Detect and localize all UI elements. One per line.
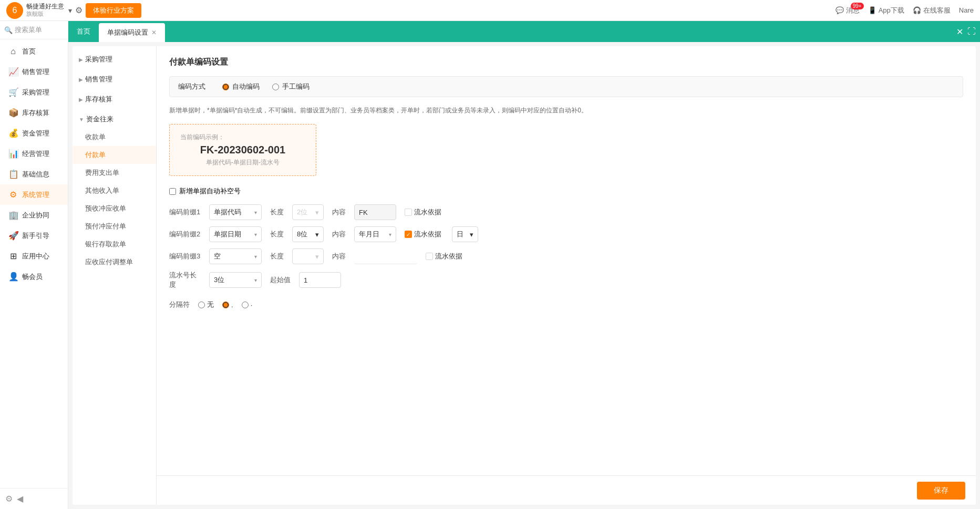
online-service-btn[interactable]: 🎧 在线客服 <box>913 6 951 15</box>
prefix2-day-select[interactable]: 日 ▾ <box>452 226 478 242</box>
prefix3-length-label: 长度 <box>270 252 284 261</box>
sub-group-inventory-title[interactable]: ▶ 库存核算 <box>73 90 156 108</box>
sub-item-receipt[interactable]: 收款单 <box>73 128 156 146</box>
sub-item-adjustment[interactable]: 应收应付调整单 <box>73 253 156 271</box>
collapse-btn[interactable]: ◀ <box>17 494 23 504</box>
finance-icon: 💰 <box>8 128 18 138</box>
sidebar-basic-label: 基础信息 <box>22 170 49 179</box>
sub-group-capital-title[interactable]: ▼ 资金往来 <box>73 110 156 128</box>
sidebar-guide-label: 新手引导 <box>22 231 49 241</box>
tab-expand-btn[interactable]: ⛶ <box>967 27 976 36</box>
prefix1-length-label: 长度 <box>270 207 284 217</box>
sub-item-advance-receipt[interactable]: 预收冲应收单 <box>73 200 156 217</box>
prefix1-length-select[interactable]: 2位 ▾ <box>292 204 324 220</box>
prefix2-select[interactable]: 单据日期 ▾ <box>209 226 262 242</box>
sidebar-item-inventory[interactable]: 📦 库存核算 <box>0 102 68 123</box>
sidebar-item-app[interactable]: ⊞ 应用中心 <box>0 246 68 266</box>
sidebar: 🔍 搜索菜单 ⌂ 首页 📈 销售管理 🛒 采购管理 📦 库存核算 💰 <box>0 21 68 509</box>
prefix2-stream-checkbox[interactable]: ✓ <box>405 231 412 238</box>
serial-length-select[interactable]: 3位 ▾ <box>209 272 262 288</box>
sep-dash-radio[interactable] <box>242 302 249 308</box>
message-btn[interactable]: 💬 消息 99+ <box>835 6 860 15</box>
prefix3-content-value <box>354 248 417 264</box>
tab-serial-setting[interactable]: 单据编码设置 ✕ <box>99 23 165 42</box>
sidebar-operation-label: 经营管理 <box>22 149 49 159</box>
sub-item-other-income[interactable]: 其他收入单 <box>73 182 156 200</box>
serial-length-arrow: ▾ <box>254 277 257 283</box>
app-icon: 📱 <box>868 6 876 14</box>
sidebar-item-enterprise[interactable]: 🏢 企业协同 <box>0 205 68 225</box>
auto-coding-option[interactable]: 自动编码 <box>222 82 260 91</box>
example-value: FK-20230602-001 <box>180 144 305 156</box>
prefix3-stream-label: 流水依据 <box>435 252 462 261</box>
capital-expand-icon: ▼ <box>79 117 84 122</box>
prefix3-length-select[interactable]: ▾ <box>292 248 324 264</box>
prefix2-arrow-icon: ▾ <box>254 232 257 237</box>
prefix2-day-value: 日 <box>457 230 463 239</box>
sub-item-bank-deposit[interactable]: 银行存取款单 <box>73 235 156 253</box>
prefix3-value: 空 <box>214 252 221 261</box>
tab-home[interactable]: 首页 <box>68 21 99 42</box>
example-desc: 单据代码-单据日期-流水号 <box>180 158 305 167</box>
sep-dash-option[interactable]: · <box>242 301 253 309</box>
sales-icon: 📈 <box>8 67 18 77</box>
sep-none-radio[interactable] <box>198 302 205 308</box>
save-button[interactable]: 保存 <box>917 482 965 500</box>
industry-btn[interactable]: 体验行业方案 <box>86 3 141 18</box>
operation-icon: 📊 <box>8 149 18 159</box>
prefix2-content-label: 内容 <box>332 230 346 239</box>
sidebar-item-operation[interactable]: 📊 经营管理 <box>0 143 68 164</box>
top-bar-left: 6 畅捷通好生意 旗舰版 ▾ ⚙ 体验行业方案 <box>6 2 141 19</box>
sidebar-item-member[interactable]: 👤 畅会员 <box>0 266 68 287</box>
search-inner[interactable]: 🔍 搜索菜单 <box>4 25 64 35</box>
search-icon: 🔍 <box>4 26 13 34</box>
sep-dot-option[interactable]: . <box>222 301 233 309</box>
prefix2-length-select[interactable]: 8位 ▾ <box>292 226 324 242</box>
prefix1-select[interactable]: 单据代码 ▾ <box>209 204 262 220</box>
prefix2-content-select[interactable]: 年月日 ▾ <box>354 226 396 242</box>
sep-dot-radio[interactable] <box>222 302 229 308</box>
manual-coding-label: 手工编码 <box>282 82 310 91</box>
auto-coding-label: 自动编码 <box>232 82 260 91</box>
serial-start-input[interactable] <box>299 272 341 288</box>
sep-none-option[interactable]: 无 <box>198 300 214 309</box>
tab-collapse-btn[interactable]: ✕ <box>956 27 963 37</box>
home-icon: ⌂ <box>8 47 18 56</box>
auto-fill-checkbox[interactable] <box>169 188 176 195</box>
content-area: 首页 单据编码设置 ✕ ✕ ⛶ ▶ 采购管理 <box>68 21 980 509</box>
sub-item-advance-payment[interactable]: 预付冲应付单 <box>73 217 156 235</box>
sub-item-expense[interactable]: 费用支出单 <box>73 164 156 182</box>
sidebar-item-system[interactable]: ⚙ 系统管理 <box>0 184 68 205</box>
sub-group-capital: ▼ 资金往来 收款单 付款单 费用支出单 其他收入单 预收冲应收单 预付冲应付单… <box>73 110 156 271</box>
member-icon: 👤 <box>8 272 18 282</box>
prefix1-stream-checkbox[interactable] <box>405 209 412 216</box>
manual-coding-option[interactable]: 手工编码 <box>272 82 310 91</box>
prefix3-stream-checkbox[interactable] <box>426 253 433 260</box>
sidebar-item-sales[interactable]: 📈 销售管理 <box>0 61 68 82</box>
sidebar-item-purchase[interactable]: 🛒 采购管理 <box>0 82 68 102</box>
settings-bottom-btn[interactable]: ⚙ <box>5 494 13 504</box>
sidebar-item-home[interactable]: ⌂ 首页 <box>0 41 68 61</box>
prefix1-arrow-icon: ▾ <box>254 210 257 215</box>
sidebar-search[interactable]: 🔍 搜索菜单 <box>0 21 68 39</box>
app-download-btn[interactable]: 📱 App下载 <box>868 6 904 15</box>
top-bar-controls: ▾ ⚙ 体验行业方案 <box>68 3 141 18</box>
settings-gear-btn[interactable]: ⚙ <box>75 5 82 15</box>
brand-sub: 旗舰版 <box>26 10 64 18</box>
prefix3-select[interactable]: 空 ▾ <box>209 248 262 264</box>
user-info[interactable]: Nare <box>959 6 974 14</box>
auto-coding-radio[interactable] <box>222 84 229 90</box>
sidebar-item-basic[interactable]: 📋 基础信息 <box>0 164 68 184</box>
dropdown-arrow-btn[interactable]: ▾ <box>68 6 72 15</box>
manual-coding-radio[interactable] <box>272 84 279 90</box>
basic-icon: 📋 <box>8 169 18 179</box>
sidebar-item-guide[interactable]: 🚀 新手引导 <box>0 225 68 246</box>
top-bar: 6 畅捷通好生意 旗舰版 ▾ ⚙ 体验行业方案 💬 消息 99+ 📱 App下载… <box>0 0 980 21</box>
sidebar-item-finance[interactable]: 💰 资金管理 <box>0 123 68 143</box>
sub-group-purchase-title[interactable]: ▶ 采购管理 <box>73 50 156 68</box>
service-label: 在线客服 <box>923 6 951 15</box>
sidebar-inventory-label: 库存核算 <box>22 108 49 118</box>
sub-group-sales-title[interactable]: ▶ 销售管理 <box>73 70 156 88</box>
tab-close-icon[interactable]: ✕ <box>151 29 157 36</box>
sub-item-payment[interactable]: 付款单 <box>73 146 156 164</box>
